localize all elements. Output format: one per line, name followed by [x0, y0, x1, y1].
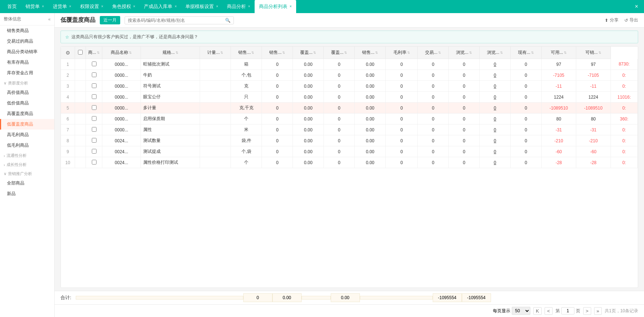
col-sales-amt[interactable]: 销售...⇅ — [262, 47, 293, 59]
row-checkbox[interactable] — [92, 138, 97, 143]
sidebar-item-new-goods[interactable]: 新品 — [0, 189, 54, 199]
data-table: ⚙ 商...⇅ 商品名称⇅ 规格...⇅ 计量...⇅ 销售...⇅ 销售...… — [61, 47, 638, 168]
row-margin: 0 — [418, 124, 449, 135]
nav-permission[interactable]: 权限设置 × — [76, 0, 108, 13]
sort-icon-m: ⇅ — [407, 51, 410, 55]
nav-role-auth[interactable]: 角色授权 × — [108, 0, 140, 13]
col-settings[interactable]: ⚙ — [61, 47, 75, 59]
per-page-select[interactable]: 50 100 200 — [512, 307, 530, 315]
browse-link[interactable]: 0 — [494, 160, 496, 165]
row-checkbox[interactable] — [92, 160, 97, 165]
prev-page-button[interactable]: < — [545, 307, 553, 315]
sidebar-item-high-coverage[interactable]: 高覆盖度商品 — [0, 108, 54, 119]
nav-sales-order[interactable]: 销货单 × — [21, 0, 48, 13]
col-spec[interactable]: 规格...⇅ — [141, 47, 200, 59]
col-code[interactable]: 商...⇅ — [86, 47, 102, 59]
page-number-input[interactable] — [561, 307, 574, 314]
row-sales-qty: 0 — [262, 146, 293, 157]
row-checkbox[interactable] — [92, 62, 97, 66]
col-cover1[interactable]: 覆盖...⇅ — [293, 47, 324, 59]
nav-template-settings[interactable]: 单据模板设置 × — [181, 0, 223, 13]
col-sales-qty[interactable]: 销售...⇅ — [231, 47, 262, 59]
col-cover2[interactable]: 覆盖...⇅ — [324, 47, 355, 59]
col-trade[interactable]: 交易...⇅ — [418, 47, 449, 59]
search-input[interactable] — [128, 18, 224, 23]
browse-link[interactable]: 0 — [494, 73, 496, 78]
sidebar-item-sales-goods[interactable]: 销售类商品 — [0, 25, 54, 36]
col-unit[interactable]: 计量...⇅ — [200, 47, 231, 59]
sidebar-section-marketing[interactable]: ∨ 营销推广分析 — [0, 169, 54, 178]
col-spec-label: 规格... — [162, 49, 175, 56]
close-product-inbound-icon[interactable]: × — [174, 0, 177, 13]
window-close-button[interactable]: × — [632, 3, 641, 10]
sidebar-item-low-margin[interactable]: 低毛利商品 — [0, 140, 54, 151]
close-purchase-icon[interactable]: × — [69, 0, 71, 13]
browse-link[interactable]: 0 — [494, 106, 496, 111]
col-available[interactable]: 可用...⇅ — [541, 47, 576, 59]
col-sales3[interactable]: 销售...⇅ — [355, 47, 386, 59]
nav-product-analysis[interactable]: 商品分析 × — [223, 0, 255, 13]
row-sales-amt: 0.00 — [293, 135, 324, 146]
sidebar-collapse-button[interactable]: « — [48, 17, 51, 22]
col-browse1[interactable]: 浏览...⇅ — [449, 47, 480, 59]
sidebar-item-high-value[interactable]: 高价值商品 — [0, 87, 54, 98]
col-name[interactable]: 商品名称⇅ — [102, 47, 141, 59]
row-checkbox[interactable] — [92, 83, 97, 88]
sidebar-section-growth[interactable]: › 成长性分析 — [0, 160, 54, 169]
browse-link[interactable]: 0 — [494, 95, 496, 100]
browse-link[interactable]: 0 — [494, 84, 496, 89]
nav-product-analysis-list[interactable]: 商品分析列表 × — [255, 0, 296, 13]
col-saleable[interactable]: 可销...⇅ — [576, 47, 610, 59]
nav-home[interactable]: 首页 — [3, 0, 21, 13]
row-unit: 袋,件 — [231, 135, 262, 146]
sidebar-item-high-margin[interactable]: 高毛利商品 — [0, 130, 54, 140]
browse-link[interactable]: 0 — [494, 127, 496, 132]
sidebar-item-all-goods[interactable]: 全部商品 — [0, 178, 54, 189]
row-cover1: 0 — [324, 124, 355, 135]
row-sales-amt: 0.00 — [293, 70, 324, 81]
row-checkbox[interactable] — [92, 105, 97, 110]
row-sales3: 0 — [386, 59, 418, 70]
sidebar-title: 整体信息 — [4, 16, 21, 22]
browse-link[interactable]: 0 — [494, 62, 496, 67]
sidebar-item-in-stock[interactable]: 有库存商品 — [0, 57, 54, 68]
col-margin[interactable]: 毛利率⇅ — [386, 47, 418, 59]
close-analysis-list-icon[interactable]: × — [290, 0, 292, 13]
row-checkbox[interactable] — [92, 72, 97, 77]
sidebar-item-traded-goods[interactable]: 交易过的商品 — [0, 36, 54, 47]
export-button[interactable]: ↺ 导出 — [624, 17, 638, 23]
select-all-checkbox[interactable] — [78, 50, 83, 55]
share-button[interactable]: ⬆ 分享 — [605, 17, 619, 23]
row-checkbox[interactable] — [92, 94, 97, 99]
first-page-button[interactable]: K — [533, 307, 542, 315]
row-checkbox[interactable] — [92, 149, 97, 154]
nav-product-inbound[interactable]: 产成品入库单 × — [140, 0, 181, 13]
search-icon[interactable]: 🔍 — [225, 18, 231, 23]
summary-bar: 合计: 0 0.00 0.00 -1095554 -1095554 — [55, 291, 644, 304]
sidebar-item-low-value[interactable]: 低价值商品 — [0, 98, 54, 108]
close-template-icon[interactable]: × — [216, 0, 218, 13]
filter-recent-month-button[interactable]: 近一月 — [100, 16, 120, 24]
row-checkbox[interactable] — [92, 116, 97, 121]
close-role-icon[interactable]: × — [133, 0, 136, 13]
nav-purchase-order[interactable]: 进货单 × — [48, 0, 76, 13]
sidebar-item-low-coverage[interactable]: 低覆盖度商品 — [0, 119, 54, 130]
sidebar-item-stock-capital[interactable]: 库存资金占用 — [0, 68, 54, 78]
row-checkbox-cell — [86, 114, 102, 124]
close-analysis-icon[interactable]: × — [248, 0, 250, 13]
browse-link[interactable]: 0 — [494, 138, 496, 143]
row-checkbox[interactable] — [92, 127, 97, 132]
sidebar-section-quality[interactable]: ∨ 类群度分析 — [0, 78, 54, 87]
col-browse2[interactable]: 浏览...⇅ — [479, 47, 510, 59]
col-current-stock[interactable]: 现有...⇅ — [510, 47, 541, 59]
row-current-stock: -31 — [541, 124, 576, 135]
next-page-button[interactable]: > — [583, 307, 591, 315]
browse-link[interactable]: 0 — [494, 149, 496, 154]
sidebar-section-flow[interactable]: › 流通性分析 — [0, 151, 54, 160]
close-sales-order-icon[interactable]: × — [42, 0, 44, 13]
browse-link[interactable]: 0 — [494, 116, 496, 122]
close-permission-icon[interactable]: × — [101, 0, 103, 13]
last-page-button[interactable]: » — [594, 307, 602, 315]
settings-icon[interactable]: ⚙ — [66, 50, 70, 56]
sidebar-item-category-rate[interactable]: 商品分类动销率 — [0, 47, 54, 57]
